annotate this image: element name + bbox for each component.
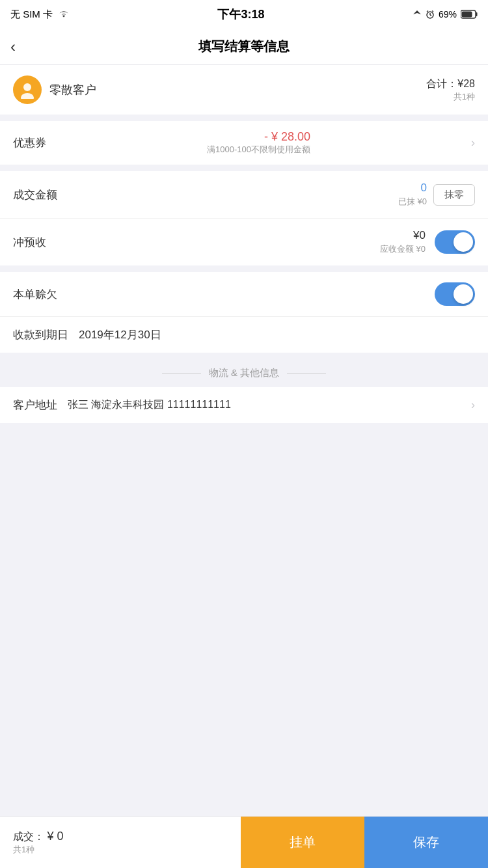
prepayment-row: 冲预收 ¥0 应收金额 ¥0 [0, 219, 488, 265]
prepayment-amount-col: ¥0 应收金额 ¥0 [380, 229, 426, 255]
hold-button[interactable]: 挂单 [241, 817, 364, 869]
coupon-right: - ¥ 28.00 满1000-100不限制使用金额 [207, 130, 310, 156]
debt-right [435, 282, 475, 306]
svg-line-3 [427, 11, 428, 12]
coupon-row[interactable]: 优惠券 - ¥ 28.00 满1000-100不限制使用金额 › [0, 121, 488, 165]
coupon-label: 优惠券 [13, 135, 46, 150]
coupon-section: 优惠券 - ¥ 28.00 满1000-100不限制使用金额 › [0, 121, 488, 165]
page-title: 填写结算等信息 [198, 38, 290, 55]
customer-section: 零散客户 合计：¥28 共1种 [0, 65, 488, 115]
svg-line-4 [432, 11, 433, 12]
debt-toggle[interactable] [435, 282, 475, 306]
prepayment-toggle[interactable] [435, 230, 475, 254]
deal-amount-label: 成交金额 [13, 187, 57, 202]
deal-amount-col: 0 已抹 ¥0 [398, 182, 427, 208]
customer-avatar [13, 75, 42, 104]
status-time: 下午3:18 [217, 7, 264, 22]
bottom-count: 共1种 [13, 844, 228, 856]
debt-section: 本单赊欠 收款到期日 2019年12月30日 [0, 272, 488, 353]
logistics-header-text: 物流 & 其他信息 [154, 367, 334, 378]
svg-line-2 [430, 15, 431, 16]
bottom-deal-amount: ¥ 0 [47, 830, 63, 843]
address-row[interactable]: 客户地址 张三 海淀永丰科技园 11111111111 › [0, 387, 488, 423]
deal-section: 成交金额 0 已抹 ¥0 抹零 冲预收 ¥0 应收金额 ¥0 [0, 171, 488, 265]
customer-row: 零散客户 合计：¥28 共1种 [0, 65, 488, 115]
address-section: 客户地址 张三 海淀永丰科技园 11111111111 › [0, 387, 488, 423]
address-chevron-icon: › [471, 398, 475, 412]
deal-amount-value: 0 [421, 182, 427, 194]
prepayment-amount: ¥0 [413, 229, 426, 241]
alarm-icon [426, 10, 435, 19]
nav-bar: ‹ 填写结算等信息 [0, 29, 488, 65]
status-right: 69% [413, 9, 478, 20]
wifi-icon [58, 10, 70, 19]
battery-percent: 69% [439, 9, 457, 20]
due-date-row: 收款到期日 2019年12月30日 [0, 317, 488, 353]
logistics-header: 物流 & 其他信息 [0, 359, 488, 387]
bottom-deal-label: 成交： [13, 831, 44, 842]
bottom-bar: 成交： ¥ 0 共1种 挂单 保存 [0, 816, 488, 868]
due-date-value: 2019年12月30日 [79, 327, 161, 342]
round-zero-button[interactable]: 抹零 [433, 184, 475, 206]
customer-total: 合计：¥28 [426, 77, 475, 91]
bottom-deal: 成交： ¥ 0 [13, 830, 228, 844]
customer-right: 合计：¥28 共1种 [426, 77, 475, 103]
empty-space [0, 429, 488, 547]
debt-toggle-knob [454, 284, 473, 304]
hold-button-label: 挂单 [290, 834, 316, 851]
customer-count: 共1种 [426, 91, 475, 103]
deal-amount-sub: 已抹 ¥0 [398, 196, 427, 208]
status-bar: 无 SIM 卡 下午3:18 69% [0, 0, 488, 29]
customer-left: 零散客户 [13, 75, 96, 104]
deal-amount-row: 成交金额 0 已抹 ¥0 抹零 [0, 171, 488, 219]
debt-label: 本单赊欠 [13, 287, 57, 302]
back-button[interactable]: ‹ [10, 38, 16, 56]
address-value: 张三 海淀永丰科技园 11111111111 [68, 398, 461, 412]
status-left: 无 SIM 卡 [10, 8, 70, 21]
sim-status: 无 SIM 卡 [10, 8, 53, 21]
coupon-desc: 满1000-100不限制使用金额 [207, 144, 310, 156]
svg-point-9 [21, 93, 34, 99]
coupon-value: - ¥ 28.00 [207, 130, 310, 144]
coupon-chevron-icon: › [471, 136, 475, 150]
svg-point-8 [23, 83, 31, 91]
avatar-icon [18, 81, 36, 99]
bottom-info: 成交： ¥ 0 共1种 [0, 830, 241, 856]
svg-rect-6 [476, 12, 478, 16]
save-button-label: 保存 [413, 834, 439, 851]
svg-rect-7 [461, 12, 472, 18]
debt-row: 本单赊欠 [0, 272, 488, 317]
prepayment-sub: 应收金额 ¥0 [380, 243, 426, 255]
prepayment-right: ¥0 应收金额 ¥0 [380, 229, 475, 255]
location-icon [413, 10, 422, 19]
address-label: 客户地址 [13, 398, 57, 413]
due-date-label: 收款到期日 [13, 327, 68, 342]
save-button[interactable]: 保存 [364, 817, 488, 869]
deal-amount-right: 0 已抹 ¥0 抹零 [398, 182, 475, 208]
customer-name: 零散客户 [49, 82, 96, 98]
battery-icon [461, 10, 478, 19]
prepayment-label: 冲预收 [13, 235, 46, 250]
toggle-knob [454, 232, 473, 252]
